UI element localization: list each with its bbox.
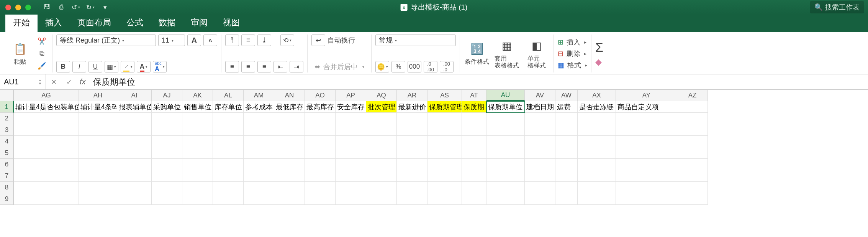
cell-AN8[interactable] <box>274 182 305 193</box>
cell-AR4[interactable] <box>397 136 427 147</box>
cell-AZ2[interactable] <box>677 113 708 124</box>
tab-data[interactable]: 数据 <box>151 13 183 32</box>
cell-AM5[interactable] <box>244 147 274 159</box>
tab-view[interactable]: 视图 <box>215 13 247 32</box>
italic-button[interactable]: I <box>72 61 86 72</box>
cell-AS7[interactable] <box>427 170 462 182</box>
cell-AH1[interactable]: 辅计量4条码 <box>79 101 117 113</box>
number-format-select[interactable]: 常规 <box>375 35 456 46</box>
decrease-font-button[interactable]: A <box>203 35 217 46</box>
cell-AQ8[interactable] <box>366 182 397 193</box>
cell-AL7[interactable] <box>213 170 244 182</box>
cell-AT2[interactable] <box>462 113 486 124</box>
tab-home[interactable]: 开始 <box>5 13 38 32</box>
cell-AO7[interactable] <box>305 170 336 182</box>
autosum-button[interactable]: Σ <box>595 40 603 55</box>
cell-AM1[interactable]: 参考成本 <box>244 101 274 113</box>
cell-AQ7[interactable] <box>366 170 397 182</box>
cell-AT7[interactable] <box>462 170 486 182</box>
cell-AN7[interactable] <box>274 170 305 182</box>
cell-AR9[interactable] <box>397 193 427 205</box>
column-header-AR[interactable]: AR <box>397 90 427 101</box>
row-header-6[interactable]: 6 <box>0 159 14 170</box>
cell-AP5[interactable] <box>336 147 366 159</box>
cell-AP4[interactable] <box>336 136 366 147</box>
cell-AZ7[interactable] <box>677 170 708 182</box>
cell-AY5[interactable] <box>616 147 677 159</box>
cell-AH3[interactable] <box>79 124 117 136</box>
sheet-search[interactable]: 🔍 搜索工作表 <box>810 1 864 13</box>
minimize-window-button[interactable] <box>15 5 21 10</box>
cell-AH8[interactable] <box>79 182 117 193</box>
cell-AZ3[interactable] <box>677 124 708 136</box>
cell-AN9[interactable] <box>274 193 305 205</box>
cell-AX3[interactable] <box>578 124 616 136</box>
cell-AT9[interactable] <box>462 193 486 205</box>
cell-AP8[interactable] <box>336 182 366 193</box>
cell-AJ7[interactable] <box>152 170 182 182</box>
cell-AH4[interactable] <box>79 136 117 147</box>
cell-AW8[interactable] <box>555 182 578 193</box>
format-cells-button[interactable]: ▦格式 <box>558 61 587 70</box>
cell-AI5[interactable] <box>117 147 152 159</box>
column-header-AO[interactable]: AO <box>305 90 336 101</box>
cell-AT5[interactable] <box>462 147 486 159</box>
cell-AX2[interactable] <box>578 113 616 124</box>
column-header-AP[interactable]: AP <box>336 90 366 101</box>
cell-AJ9[interactable] <box>152 193 182 205</box>
format-as-table-button[interactable]: ▦ 套用 表格格式 <box>494 38 520 69</box>
cell-AV4[interactable] <box>525 136 555 147</box>
cell-AZ1[interactable] <box>677 101 708 113</box>
cell-AN1[interactable]: 最低库存 <box>274 101 305 113</box>
align-top-button[interactable]: ⭱ <box>225 35 239 46</box>
column-header-AM[interactable]: AM <box>244 90 274 101</box>
align-center-button[interactable]: ≡ <box>241 61 255 72</box>
cell-AT4[interactable] <box>462 136 486 147</box>
cell-AG9[interactable] <box>14 193 79 205</box>
cell-AK4[interactable] <box>182 136 213 147</box>
cell-AY4[interactable] <box>616 136 677 147</box>
row-header-4[interactable]: 4 <box>0 136 14 147</box>
cell-AJ1[interactable]: 采购单位 <box>152 101 182 113</box>
cell-AN2[interactable] <box>274 113 305 124</box>
cell-AY7[interactable] <box>616 170 677 182</box>
cell-AX6[interactable] <box>578 159 616 170</box>
cell-AZ9[interactable] <box>677 193 708 205</box>
align-left-button[interactable]: ≡ <box>225 61 239 72</box>
redo-button[interactable]: ↻ <box>84 2 97 12</box>
cell-AW3[interactable] <box>555 124 578 136</box>
cell-AX5[interactable] <box>578 147 616 159</box>
column-header-AG[interactable]: AG <box>14 90 79 101</box>
align-middle-button[interactable]: ≡ <box>241 35 255 46</box>
cut-button[interactable]: ✂️ <box>35 36 48 47</box>
cell-AP6[interactable] <box>336 159 366 170</box>
cell-AQ6[interactable] <box>366 159 397 170</box>
paste-button[interactable]: 📋 粘贴 <box>7 41 33 66</box>
align-bottom-button[interactable]: ⭳ <box>257 35 271 46</box>
cell-AK8[interactable] <box>182 182 213 193</box>
underline-button[interactable]: U <box>88 61 102 72</box>
cell-AL1[interactable]: 库存单位 <box>213 101 244 113</box>
delete-cells-button[interactable]: ⊟删除 <box>558 49 587 58</box>
cell-AH7[interactable] <box>79 170 117 182</box>
cell-AJ4[interactable] <box>152 136 182 147</box>
fx-label[interactable]: fx <box>80 77 86 86</box>
cell-AU3[interactable] <box>486 124 525 136</box>
column-header-AI[interactable]: AI <box>117 90 152 101</box>
tab-insert[interactable]: 插入 <box>38 13 70 32</box>
cell-AM6[interactable] <box>244 159 274 170</box>
cell-AS4[interactable] <box>427 136 462 147</box>
cell-AU5[interactable] <box>486 147 525 159</box>
wrap-text-icon-button[interactable]: ↩ <box>311 35 325 46</box>
cell-AT1[interactable]: 保质期 <box>462 101 486 113</box>
name-box-spinner[interactable]: ▲▼ <box>38 79 42 86</box>
cell-AK9[interactable] <box>182 193 213 205</box>
print-icon[interactable]: ⎙ <box>55 2 68 12</box>
cell-AH9[interactable] <box>79 193 117 205</box>
increase-font-button[interactable]: A <box>187 35 201 46</box>
cell-AT3[interactable] <box>462 124 486 136</box>
cell-AZ5[interactable] <box>677 147 708 159</box>
format-painter-button[interactable]: 🖌️ <box>35 61 48 71</box>
cell-AV9[interactable] <box>525 193 555 205</box>
cell-AW2[interactable] <box>555 113 578 124</box>
